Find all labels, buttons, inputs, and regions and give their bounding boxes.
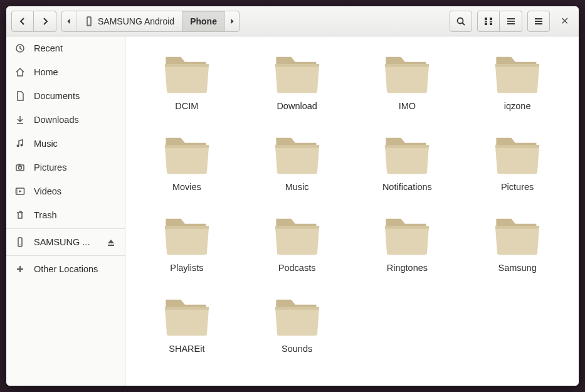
folder-grid: DCIMDownloadIMOiqzoneMoviesMusicNotifica… [144,49,560,354]
toolbar: SAMSUNG Android Phone ✕ [6,6,579,36]
folder-icon [492,49,542,96]
folder-item[interactable]: Podcasts [255,211,340,273]
path-scroll-left[interactable] [62,11,76,31]
folder-label: Ringtones [387,263,428,273]
folder-icon [162,292,212,339]
sidebar-label: Recent [34,43,63,53]
chevron-right-icon [40,16,50,26]
path-device-label: SAMSUNG Android [98,16,174,26]
folder-item[interactable]: Pictures [475,130,560,192]
sidebar-item-videos[interactable]: Videos [6,179,125,203]
sidebar-label: Videos [34,186,61,196]
close-icon: ✕ [561,15,569,27]
folder-item[interactable]: Samsung [475,211,560,273]
content-area: DCIMDownloadIMOiqzoneMoviesMusicNotifica… [125,36,579,386]
folder-icon [492,130,542,177]
list-view-button[interactable] [500,11,522,32]
folder-item[interactable]: DCIM [144,49,229,111]
sidebar: Recent Home Documents Downloads Music Pi… [6,36,125,386]
menu-icon [534,16,544,26]
video-icon [15,186,25,196]
sidebar-device-samsung[interactable]: SAMSUNG ... [6,230,125,254]
hamburger-menu-button[interactable] [527,11,550,32]
camera-icon [15,162,25,172]
folder-icon [272,292,322,339]
folder-item[interactable]: IMO [365,49,450,111]
sidebar-item-downloads[interactable]: Downloads [6,108,125,132]
folder-label: DCIM [175,101,198,111]
phone-icon [15,237,25,247]
folder-item[interactable]: Ringtones [365,211,450,273]
folder-label: IMO [399,101,416,111]
sidebar-label: Home [34,67,58,77]
folder-label: Podcasts [278,263,316,273]
folder-label: Sounds [282,344,312,354]
folder-label: Pictures [501,182,534,192]
folder-label: Notifications [382,182,432,192]
folder-icon [162,211,212,258]
sidebar-separator [6,255,125,256]
folder-icon [272,211,322,258]
sidebar-label: Pictures [34,162,66,172]
folder-item[interactable]: Sounds [255,292,340,354]
sidebar-label: Trash [34,210,57,220]
forward-button[interactable] [34,11,56,32]
path-segment-current[interactable]: Phone [182,11,225,31]
home-icon [15,67,25,77]
folder-label: Samsung [498,263,536,273]
folder-item[interactable]: Music [255,130,340,192]
folder-item[interactable]: Movies [144,130,229,192]
icon-view-button[interactable] [477,11,500,32]
folder-icon [382,130,432,177]
folder-item[interactable]: Download [255,49,340,111]
phone-icon [84,16,94,26]
grid-icon [483,16,493,26]
pathbar: SAMSUNG Android Phone [61,11,240,32]
folder-label: iqzone [504,101,531,111]
folder-icon [162,49,212,96]
sidebar-label: Downloads [34,115,79,125]
folder-icon [382,211,432,258]
path-current-label: Phone [190,16,217,26]
sidebar-item-documents[interactable]: Documents [6,84,125,108]
folder-label: SHAREit [169,344,204,354]
folder-label: Music [285,182,309,192]
eject-icon[interactable] [106,237,116,247]
music-icon [15,139,25,149]
path-scroll-right[interactable] [225,11,239,31]
folder-item[interactable]: iqzone [475,49,560,111]
sidebar-label: Music [34,139,58,149]
close-button[interactable]: ✕ [555,12,574,31]
sidebar-item-home[interactable]: Home [6,60,125,84]
back-button[interactable] [11,11,34,32]
folder-item[interactable]: Notifications [365,130,450,192]
search-button[interactable] [450,11,472,32]
folder-label: Playlists [170,263,203,273]
chevron-left-icon [18,16,28,26]
folder-item[interactable]: SHAREit [144,292,229,354]
path-segment-device[interactable]: SAMSUNG Android [76,11,182,31]
search-icon [456,16,466,26]
sidebar-item-music[interactable]: Music [6,132,125,156]
sidebar-item-pictures[interactable]: Pictures [6,156,125,179]
sidebar-separator [6,228,125,229]
folder-icon [272,130,322,177]
folder-icon [492,211,542,258]
sidebar-label: SAMSUNG ... [34,237,90,247]
sidebar-label: Other Locations [34,264,98,274]
triangle-left-icon [66,18,72,24]
folder-icon [162,130,212,177]
trash-icon [15,210,25,220]
folder-icon [272,49,322,96]
sidebar-item-recent[interactable]: Recent [6,36,125,60]
clock-icon [15,43,25,53]
folder-label: Download [277,101,317,111]
folder-item[interactable]: Playlists [144,211,229,273]
list-icon [506,16,516,26]
document-icon [15,91,25,101]
sidebar-label: Documents [34,91,80,101]
folder-icon [382,49,432,96]
sidebar-other-locations[interactable]: Other Locations [6,257,125,281]
folder-label: Movies [172,182,201,192]
sidebar-item-trash[interactable]: Trash [6,203,125,227]
